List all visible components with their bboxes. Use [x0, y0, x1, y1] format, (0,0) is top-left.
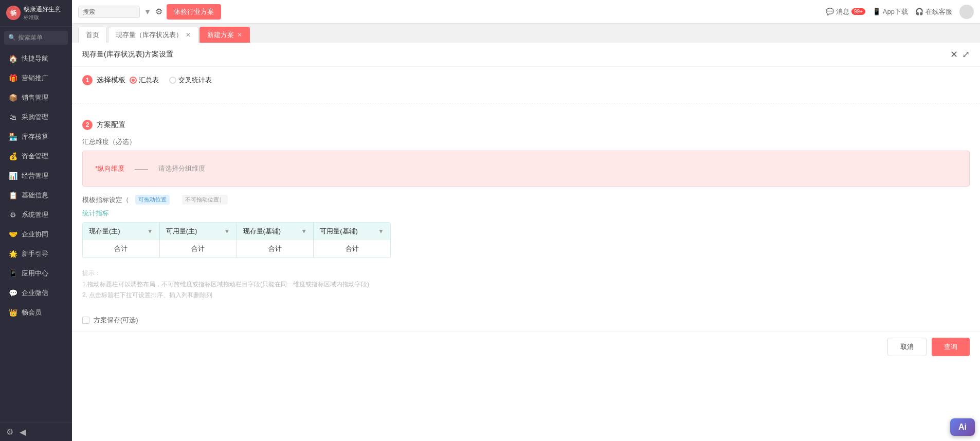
sidebar-item-inventory[interactable]: 🏪 库存核算 — [0, 127, 72, 146]
query-button[interactable]: 查询 — [932, 338, 970, 356]
col4-dropdown-icon[interactable]: ▼ — [378, 228, 384, 235]
sidebar-item-marketing[interactable]: 🎁 营销推广 — [0, 68, 72, 88]
app-name: 畅康通好生意 — [24, 5, 61, 14]
tab-new-scheme-close-icon[interactable]: ✕ — [237, 31, 242, 39]
sidebar-item-wechat[interactable]: 💬 企业微信 — [0, 283, 72, 303]
cancel-button[interactable]: 取消 — [887, 338, 927, 356]
phone-icon: 📱 — [873, 8, 881, 15]
col-cell-1: 合计 — [83, 240, 160, 258]
online-service-item[interactable]: 🎧 在线客服 — [915, 7, 952, 16]
tip-item-2: 2. 点击标题栏下拉可设置排序、插入列和删除列 — [82, 290, 970, 301]
page-title: 现存量(库存状况表)方案设置 — [82, 50, 173, 59]
topbar-search-input[interactable] — [78, 6, 140, 18]
col1-dropdown-icon[interactable]: ▼ — [147, 228, 153, 235]
col-header-4[interactable]: 可用量(基辅) ▼ — [314, 223, 390, 240]
sidebar-item-label: 应用中心 — [22, 269, 48, 278]
sidebar-item-label: 企业协同 — [22, 230, 48, 239]
col-cell-3: 合计 — [237, 240, 314, 258]
headset-icon: 🎧 — [915, 8, 923, 15]
non-draggable-badge: 不可拖动位置） — [182, 195, 228, 205]
expand-panel-button[interactable]: ⤢ — [962, 49, 970, 60]
sidebar-item-label: 新手引导 — [22, 249, 48, 259]
step1-section: 1 选择模板 汇总表 交叉统计表 — [72, 67, 980, 101]
wechat-icon: 💬 — [8, 288, 17, 298]
col-cell-4: 合计 — [314, 240, 390, 258]
action-bar: 取消 查询 — [72, 331, 980, 362]
crown-icon: 👑 — [8, 308, 17, 317]
dropdown-arrow-icon[interactable]: ▼ — [144, 8, 151, 16]
gear-icon: ⚙ — [8, 210, 17, 219]
tab-home-label: 首页 — [86, 30, 99, 40]
sidebar-item-label: 企业微信 — [22, 288, 48, 298]
radio-summary[interactable]: 汇总表 — [130, 76, 159, 85]
col-header-2[interactable]: 可用量(主) ▼ — [160, 223, 237, 240]
sidebar-item-purchase[interactable]: 🛍 采购管理 — [0, 107, 72, 127]
purchase-icon: 🛍 — [8, 113, 17, 122]
sidebar-item-label: 基础信息 — [22, 191, 48, 200]
sidebar-item-label: 快捷导航 — [22, 54, 48, 63]
sidebar-item-appcenter[interactable]: 📱 应用中心 — [0, 264, 72, 283]
col-header-3[interactable]: 现存量(基辅) ▼ — [237, 223, 314, 240]
radio-cross[interactable]: 交叉统计表 — [169, 76, 212, 85]
basicinfo-icon: 📋 — [8, 191, 17, 200]
tabs-bar: 首页 现存量（库存状况表） ✕ 新建方案 ✕ — [72, 24, 980, 43]
stats-table-body: 合计 合计 合计 合计 — [83, 240, 390, 258]
sidebar-item-member[interactable]: 👑 畅会员 — [0, 303, 72, 322]
message-item[interactable]: 💬 消息 99+ — [826, 7, 865, 16]
save-scheme-checkbox[interactable] — [82, 317, 89, 324]
sidebar-item-operations[interactable]: 📊 经营管理 — [0, 166, 72, 186]
radio-cross-label: 交叉统计表 — [178, 76, 212, 85]
tip-item-1: 1.拖动标题栏可以调整布局，不可跨维度或指标区域拖动栏目字段(只能在同一维度或指… — [82, 279, 970, 290]
search-label: 搜索菜单 — [18, 33, 43, 42]
sidebar-item-label: 营销推广 — [22, 74, 48, 83]
col2-dropdown-icon[interactable]: ▼ — [224, 228, 230, 235]
dimension-placeholder[interactable]: 请选择分组维度 — [158, 164, 205, 173]
tab-inventory-label: 现存量（库存状况表） — [116, 30, 183, 40]
col3-dropdown-icon[interactable]: ▼ — [301, 228, 307, 235]
radio-summary-label: 汇总表 — [139, 76, 159, 85]
sidebar-item-label: 系统管理 — [22, 210, 48, 219]
sidebar-item-label: 采购管理 — [22, 113, 48, 122]
dimension-field-required: *纵向维度 — [95, 164, 124, 173]
sidebar-item-sales[interactable]: 📦 销售管理 — [0, 88, 72, 107]
sidebar-item-basicinfo[interactable]: 📋 基础信息 — [0, 186, 72, 205]
user-avatar[interactable] — [959, 5, 974, 19]
step-divider — [72, 103, 980, 103]
search-icon: 🔍 — [8, 34, 16, 41]
tab-inventory-status[interactable]: 现存量（库存状况表） ✕ — [108, 27, 198, 43]
inventory-icon: 🏪 — [8, 132, 17, 141]
stats-table: 现存量(主) ▼ 可用量(主) ▼ 现存量(基辅) ▼ 可用量(基辅) ▼ — [82, 222, 391, 258]
sidebar-bottom: ⚙ ◀ — [0, 422, 72, 441]
settings-icon[interactable]: ⚙ — [6, 427, 13, 437]
message-icon: 💬 — [826, 8, 834, 15]
col-cell-2: 合计 — [160, 240, 237, 258]
app-download-item[interactable]: 📱 App下载 — [873, 7, 908, 16]
sidebar-search[interactable]: 🔍 搜索菜单 — [4, 31, 68, 45]
industry-scheme-button[interactable]: 体验行业方案 — [167, 4, 221, 20]
tab-new-scheme[interactable]: 新建方案 ✕ — [199, 27, 250, 43]
tab-inventory-close-icon[interactable]: ✕ — [186, 31, 191, 39]
sidebar-item-label: 资金管理 — [22, 152, 48, 161]
sidebar-item-quicknav[interactable]: 🏠 快捷导航 — [0, 49, 72, 68]
collapse-icon[interactable]: ◀ — [20, 427, 26, 437]
sidebar-item-finance[interactable]: 💰 资金管理 — [0, 146, 72, 166]
cooperation-icon: 🤝 — [8, 230, 17, 239]
app-icon: 📱 — [8, 269, 17, 278]
sidebar-item-label: 畅会员 — [22, 308, 42, 317]
sidebar-item-cooperation[interactable]: 🤝 企业协同 — [0, 225, 72, 244]
message-badge: 99+ — [851, 8, 865, 15]
topbar-settings-icon[interactable]: ⚙ — [155, 7, 162, 16]
col-header-1[interactable]: 现存量(主) ▼ — [83, 223, 160, 240]
sidebar-item-label: 经营管理 — [22, 171, 48, 180]
finance-icon: 💰 — [8, 152, 17, 161]
step2-title: 方案配置 — [97, 120, 125, 130]
close-panel-button[interactable]: ✕ — [950, 49, 958, 60]
tab-home[interactable]: 首页 — [78, 27, 107, 43]
topbar-left: ▼ ⚙ 体验行业方案 — [78, 4, 820, 20]
sidebar-item-system[interactable]: ⚙ 系统管理 — [0, 205, 72, 225]
sidebar-nav: 🏠 快捷导航 🎁 营销推广 📦 销售管理 🛍 采购管理 🏪 库存核算 💰 资金管… — [0, 49, 72, 422]
template-radio-group: 汇总表 交叉统计表 — [130, 76, 212, 85]
tips-section: 提示： 1.拖动标题栏可以调整布局，不可跨维度或指标区域拖动栏目字段(只能在同一… — [82, 268, 970, 301]
ai-button[interactable]: Ai — [950, 418, 975, 436]
sidebar-item-newbie[interactable]: 🌟 新手引导 — [0, 244, 72, 264]
